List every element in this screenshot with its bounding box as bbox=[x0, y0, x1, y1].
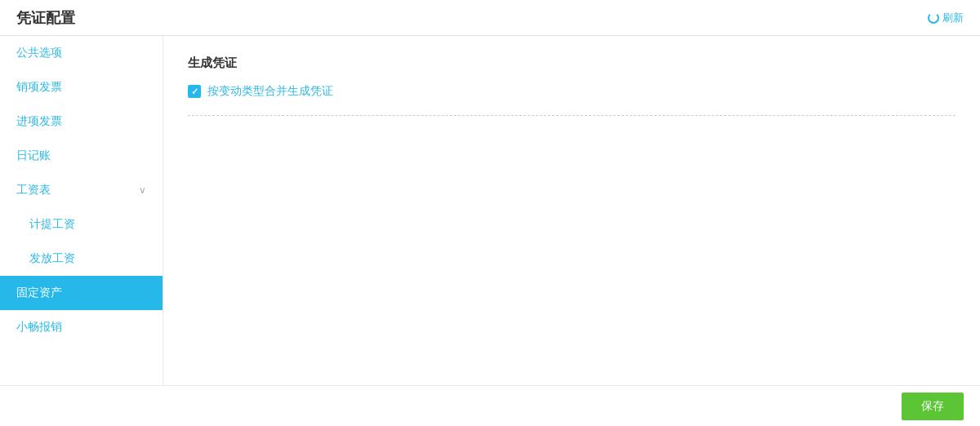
checkbox-row: 按变动类型合并生成凭证 bbox=[188, 84, 956, 99]
sidebar-item-label: 小畅报销 bbox=[16, 320, 62, 335]
merge-checkbox[interactable] bbox=[188, 85, 201, 98]
section-divider bbox=[188, 115, 956, 116]
page-wrapper: 凭证配置 刷新 公共选项销项发票进项发票日记账工资表∨计提工资发放工资固定资产小… bbox=[0, 0, 980, 426]
sidebar-item-label: 计提工资 bbox=[29, 217, 75, 232]
sidebar-item-label: 日记账 bbox=[16, 149, 51, 163]
sidebar-item-pay-payroll[interactable]: 发放工资 bbox=[0, 242, 163, 276]
sidebar-item-journal[interactable]: 日记账 bbox=[0, 139, 163, 173]
merge-checkbox-label: 按变动类型合并生成凭证 bbox=[207, 84, 333, 99]
refresh-icon bbox=[928, 12, 939, 24]
header: 凭证配置 刷新 bbox=[0, 0, 980, 36]
chevron-down-icon: ∨ bbox=[139, 184, 146, 196]
page-title: 凭证配置 bbox=[16, 8, 75, 28]
sidebar-item-label: 固定资产 bbox=[16, 286, 62, 300]
sidebar-item-label: 工资表 bbox=[16, 183, 51, 197]
main-content: 生成凭证 按变动类型合并生成凭证 bbox=[163, 36, 980, 385]
refresh-label: 刷新 bbox=[942, 11, 964, 25]
section-title: 生成凭证 bbox=[188, 55, 956, 71]
save-button[interactable]: 保存 bbox=[902, 393, 964, 420]
sidebar-item-fixed-assets[interactable]: 固定资产 bbox=[0, 276, 163, 310]
sidebar-item-public-options[interactable]: 公共选项 bbox=[0, 36, 163, 70]
sidebar: 公共选项销项发票进项发票日记账工资表∨计提工资发放工资固定资产小畅报销 bbox=[0, 36, 163, 385]
sidebar-item-sales-invoice[interactable]: 销项发票 bbox=[0, 70, 163, 104]
sidebar-item-expense-claim[interactable]: 小畅报销 bbox=[0, 310, 163, 344]
sidebar-item-label: 公共选项 bbox=[16, 46, 62, 60]
sidebar-item-purchase-invoice[interactable]: 进项发票 bbox=[0, 104, 163, 139]
sidebar-item-calc-payroll[interactable]: 计提工资 bbox=[0, 207, 163, 242]
sidebar-item-label: 发放工资 bbox=[29, 251, 75, 266]
footer: 保存 bbox=[0, 385, 980, 426]
sidebar-item-label: 销项发票 bbox=[16, 80, 62, 95]
sidebar-item-label: 进项发票 bbox=[16, 114, 62, 129]
refresh-button[interactable]: 刷新 bbox=[928, 11, 964, 25]
body: 公共选项销项发票进项发票日记账工资表∨计提工资发放工资固定资产小畅报销 生成凭证… bbox=[0, 36, 980, 385]
sidebar-item-payroll[interactable]: 工资表∨ bbox=[0, 173, 163, 207]
